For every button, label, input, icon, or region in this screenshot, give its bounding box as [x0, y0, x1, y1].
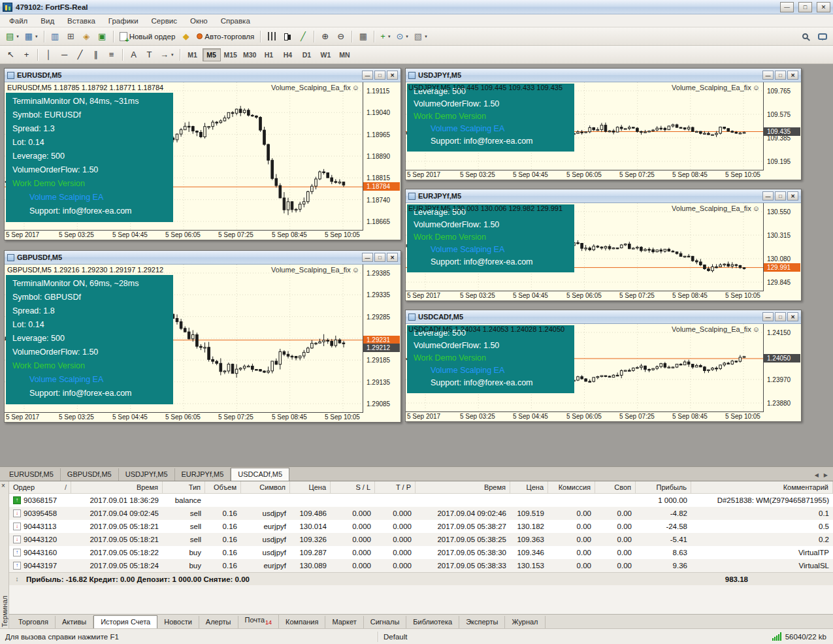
price-scale[interactable]: 1.241501.239701.238801.24050	[764, 324, 801, 411]
vertical-line-button[interactable]: │	[41, 48, 56, 62]
terminal-tab-0[interactable]: Торговля	[12, 616, 56, 628]
metaeditor-button[interactable]: ◆	[178, 29, 193, 44]
timeframe-h1-button[interactable]: H1	[259, 48, 278, 61]
chart-tab-3[interactable]: EURJPYf,M5	[175, 468, 231, 481]
chart-maximize-button[interactable]: □	[775, 71, 786, 80]
price-scale[interactable]: 109.765109.575109.385109.195109.435	[764, 82, 801, 170]
chart-window-titlebar[interactable]: GBPUSDf,M5—□✕	[5, 251, 400, 265]
terminal-button[interactable]: ▣	[95, 29, 110, 44]
chart-window-titlebar[interactable]: EURJPYf,M5—□✕	[406, 189, 801, 203]
chart-close-button[interactable]: ✕	[387, 71, 398, 80]
timeframe-mn-button[interactable]: MN	[335, 48, 353, 61]
chart-close-button[interactable]: ✕	[787, 191, 798, 201]
chart-maximize-button[interactable]: □	[374, 253, 385, 262]
table-row[interactable]: ↓903954582017.09.04 09:02:45sell0.16usdj…	[9, 507, 833, 520]
chart-window-titlebar[interactable]: USDJPYf,M5—□✕	[406, 69, 801, 82]
chart-plot[interactable]: Leverage: 500VolumeOrderFlow: 1.50Work D…	[406, 203, 764, 291]
tab-scroll-right-icon[interactable]: ▶	[821, 470, 830, 481]
column-header-12[interactable]: Прибыль	[636, 481, 691, 493]
text-button[interactable]: A	[126, 48, 141, 62]
title-bar[interactable]: 479102: FortFS-Real — □ ✕	[0, 0, 833, 14]
tile-windows-button[interactable]: ▦	[355, 29, 370, 44]
menu-item-4[interactable]: Сервис	[145, 16, 184, 26]
maximize-button[interactable]: □	[798, 2, 812, 12]
menu-item-6[interactable]: Справка	[214, 16, 257, 26]
terminal-tab-11[interactable]: Журнал	[505, 616, 545, 628]
column-header-7[interactable]: T / P	[375, 481, 416, 493]
new-chart-button[interactable]: ▤▾	[3, 29, 22, 44]
menu-item-1[interactable]: Вид	[34, 16, 61, 26]
column-header-8[interactable]: Время	[416, 481, 510, 493]
column-header-1[interactable]: Время	[71, 481, 163, 493]
cursor-button[interactable]: ↖	[3, 48, 18, 62]
column-header-2[interactable]: Тип	[163, 481, 205, 493]
column-header-4[interactable]: Символ	[241, 481, 290, 493]
chart-minimize-button[interactable]: —	[762, 191, 774, 201]
arrows-button[interactable]: →▾	[157, 48, 176, 62]
chart-close-button[interactable]: ✕	[787, 312, 798, 321]
navigator-button[interactable]: ◈	[79, 29, 94, 44]
table-row[interactable]: ↑904431972017.09.05 05:18:24buy0.16eurjp…	[9, 559, 833, 572]
search-button[interactable]	[799, 29, 814, 44]
price-scale[interactable]: 130.550130.315130.080129.845129.991	[764, 203, 801, 291]
horizontal-line-button[interactable]: ─	[57, 48, 72, 62]
time-axis[interactable]: 5 Sep 20175 Sep 03:255 Sep 04:455 Sep 06…	[406, 170, 764, 180]
terminal-close-icon[interactable]: ×	[1, 482, 5, 489]
chart-plot[interactable]: TerminalMonitor ON, 84ms, ~31msSymbol: E…	[5, 82, 363, 230]
autotrading-button[interactable]: Авто-торговля	[194, 29, 257, 44]
terminal-tab-4[interactable]: Алерты	[199, 616, 238, 628]
bar-chart-button[interactable]	[264, 29, 279, 44]
profiles-button[interactable]: ▦▾	[22, 29, 41, 44]
table-row[interactable]: ↑904431602017.09.05 05:18:22buy0.16usdjp…	[9, 546, 833, 559]
chart-maximize-button[interactable]: □	[775, 312, 786, 321]
column-header-10[interactable]: Комиссия	[548, 481, 595, 493]
chart-tab-4[interactable]: USDCADf,M5	[231, 468, 289, 481]
new-order-button[interactable]: Новый ордер	[117, 29, 178, 44]
menu-item-5[interactable]: Окно	[184, 16, 214, 26]
timeframe-d1-button[interactable]: D1	[297, 48, 316, 61]
status-profile[interactable]: Default	[384, 633, 772, 641]
column-header-5[interactable]: Цена	[290, 481, 331, 493]
chart-plot[interactable]: Leverage: 500VolumeOrderFlow: 1.50Work D…	[406, 324, 764, 411]
tab-scroll-left-icon[interactable]: ◀	[812, 470, 821, 481]
price-scale[interactable]: 1.293851.293351.292851.292351.291851.291…	[363, 265, 400, 412]
chart-minimize-button[interactable]: —	[762, 71, 774, 80]
terminal-tab-8[interactable]: Сигналы	[364, 616, 407, 628]
table-row[interactable]: ↓904431202017.09.05 05:18:21sell0.16usdj…	[9, 533, 833, 546]
community-button[interactable]	[815, 29, 830, 44]
timeframe-m5-button[interactable]: M5	[203, 48, 221, 61]
chart-window-titlebar[interactable]: USDCADf,M5—□✕	[406, 310, 801, 324]
periods-button[interactable]: ⊙▾	[393, 29, 410, 44]
terminal-tab-6[interactable]: Компания	[279, 616, 325, 628]
data-window-button[interactable]: ⊞	[63, 29, 78, 44]
close-button[interactable]: ✕	[817, 2, 830, 12]
chart-minimize-button[interactable]: —	[762, 312, 774, 321]
zoom-out-button[interactable]: ⊖	[333, 29, 348, 44]
column-header-0[interactable]: Ордер/	[9, 481, 71, 493]
column-header-11[interactable]: Своп	[595, 481, 636, 493]
chart-tab-1[interactable]: GBPUSDf,M5	[61, 468, 119, 481]
chart-maximize-button[interactable]: □	[775, 191, 786, 201]
chart-minimize-button[interactable]: —	[362, 71, 373, 80]
time-axis[interactable]: 5 Sep 20175 Sep 03:255 Sep 04:455 Sep 06…	[406, 411, 764, 421]
menu-item-3[interactable]: Графики	[102, 16, 145, 26]
timeframe-h4-button[interactable]: H4	[278, 48, 297, 61]
templates-button[interactable]: ▧▾	[412, 29, 430, 44]
timeframe-m15-button[interactable]: M15	[221, 48, 240, 61]
timeframe-w1-button[interactable]: W1	[316, 48, 335, 61]
terminal-tab-2[interactable]: История Счета	[93, 615, 157, 628]
table-row[interactable]: ↓904431132017.09.05 05:18:21sell0.16eurj…	[9, 520, 833, 533]
terminal-tab-9[interactable]: Библиотека	[406, 616, 459, 628]
time-axis[interactable]: 5 Sep 20175 Sep 03:255 Sep 04:455 Sep 06…	[406, 291, 764, 300]
terminal-tab-5[interactable]: Почта14	[238, 614, 280, 628]
time-axis[interactable]: 5 Sep 20175 Sep 03:255 Sep 04:455 Sep 06…	[5, 230, 363, 240]
chart-tab-2[interactable]: USDJPYf,M5	[119, 468, 175, 481]
minimize-button[interactable]: —	[780, 2, 794, 12]
chart-close-button[interactable]: ✕	[387, 253, 398, 262]
trendline-button[interactable]: ╱	[73, 48, 88, 62]
chart-minimize-button[interactable]: —	[362, 253, 373, 262]
chart-close-button[interactable]: ✕	[787, 71, 798, 80]
chart-window-titlebar[interactable]: EURUSDf,M5—□✕	[5, 69, 400, 82]
column-header-3[interactable]: Объем	[205, 481, 241, 493]
market-watch-button[interactable]: ▥	[48, 29, 63, 44]
